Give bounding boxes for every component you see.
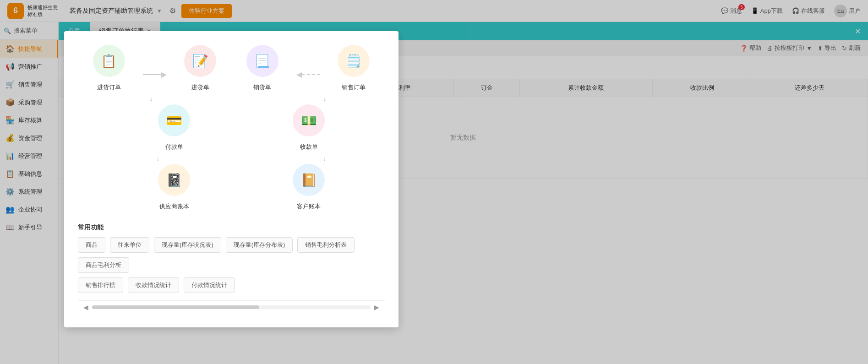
flow-supplier-ledger[interactable]: 📓 供应商账本 <box>142 164 206 211</box>
purchase-bill-label: 进货单 <box>191 83 209 92</box>
func-payment-stats[interactable]: 付款情况统计 <box>184 277 235 293</box>
overlay[interactable]: 📋 进货订单 ▶ 📝 进货单 📃 销货单 <box>0 0 868 364</box>
scroll-left-arrow[interactable]: ◀ <box>83 304 88 311</box>
common-functions-title: 常用功能 <box>78 223 385 232</box>
sales-bill-label: 销货单 <box>253 83 271 92</box>
scroll-indicator: ◀ ▶ <box>78 300 385 314</box>
supplier-ledger-label: 供应商账本 <box>159 202 189 211</box>
scroll-track[interactable] <box>92 305 371 309</box>
payment-bill-label: 付款单 <box>165 143 183 151</box>
func-receipt-stats[interactable]: 收款情况统计 <box>128 277 179 293</box>
scroll-right-arrow[interactable]: ▶ <box>374 304 379 311</box>
func-inventory-dist[interactable]: 现存量(库存分布表) <box>226 237 293 253</box>
common-functions: 常用功能 商品 往来单位 现存量(库存状况表) 现存量(库存分布表) 销售毛利分… <box>78 223 385 293</box>
scroll-thumb <box>92 305 259 309</box>
func-inventory-status[interactable]: 现存量(库存状况表) <box>154 237 221 253</box>
purchase-order-label: 进货订单 <box>97 83 121 92</box>
payment-bill-circle: 💳 <box>158 104 190 136</box>
flow-purchase-bill[interactable]: 📝 进货单 <box>169 45 232 92</box>
receipt-bill-label: 收款单 <box>300 143 318 151</box>
flow-sales-order[interactable]: 🗒️ 销售订单 <box>323 45 385 92</box>
sales-order-circle: 🗒️ <box>338 45 370 77</box>
flow-sales-bill[interactable]: 📃 销货单 <box>231 45 294 92</box>
func-sales-rank[interactable]: 销售排行榜 <box>78 277 123 293</box>
purchase-order-circle: 📋 <box>93 45 125 77</box>
sales-order-label: 销售订单 <box>342 83 366 92</box>
func-sales-profit[interactable]: 销售毛利分析表 <box>297 237 355 253</box>
customer-ledger-label: 客户账本 <box>297 202 321 211</box>
func-goods[interactable]: 商品 <box>78 237 105 253</box>
flow-receipt-bill[interactable]: 💵 收款单 <box>277 104 341 151</box>
flow-purchase-order[interactable]: 📋 进货订单 <box>78 45 140 92</box>
sales-bill-circle: 📃 <box>246 45 278 77</box>
func-buttons-row1: 商品 往来单位 现存量(库存状况表) 现存量(库存分布表) 销售毛利分析表 商品… <box>78 237 385 273</box>
receipt-bill-circle: 💵 <box>293 104 325 136</box>
func-partner[interactable]: 往来单位 <box>110 237 149 253</box>
flow-customer-ledger[interactable]: 📔 客户账本 <box>277 164 341 211</box>
func-goods-profit[interactable]: 商品毛利分析 <box>78 257 129 273</box>
flow-modal: 📋 进货订单 ▶ 📝 进货单 📃 销货单 <box>64 31 399 327</box>
customer-ledger-circle: 📔 <box>293 164 325 196</box>
func-buttons-row2: 销售排行榜 收款情况统计 付款情况统计 <box>78 277 385 293</box>
flow-payment-bill[interactable]: 💳 付款单 <box>142 104 206 151</box>
supplier-ledger-circle: 📓 <box>158 164 190 196</box>
purchase-bill-circle: 📝 <box>184 45 216 77</box>
